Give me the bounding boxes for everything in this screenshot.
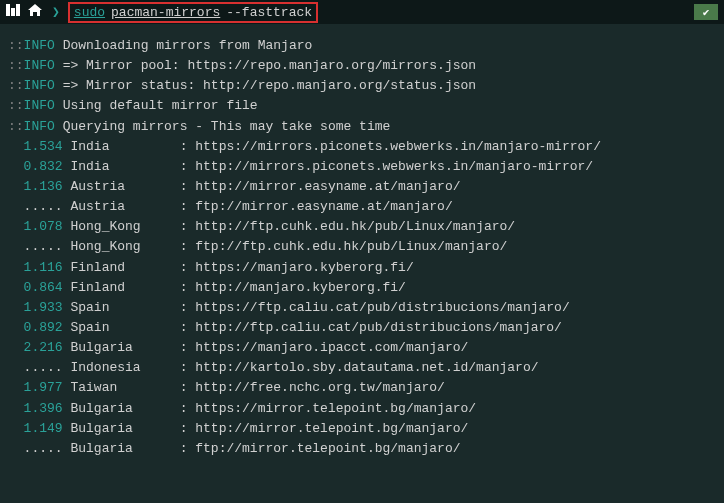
success-indicator-button[interactable]: ✔ — [694, 4, 718, 20]
cmd-program: pacman-mirrors — [111, 5, 220, 20]
mirror-line: ..... Bulgaria : ftp://mirror.telepoint.… — [8, 439, 716, 459]
titlebar-right: ✔ — [694, 4, 718, 20]
cmd-sudo: sudo — [74, 5, 105, 20]
mirror-line: 1.116 Finland : https://manjaro.kyberorg… — [8, 258, 716, 278]
info-lines: ::INFO Downloading mirrors from Manjaro:… — [8, 36, 716, 137]
mirror-lines: 1.534 India : https://mirrors.piconets.w… — [8, 137, 716, 459]
titlebar: ❯ sudo pacman-mirrors --fasttrack ✔ — [0, 0, 724, 24]
mirror-line: 1.149 Bulgaria : http://mirror.telepoint… — [8, 419, 716, 439]
command-highlight-box: sudo pacman-mirrors --fasttrack — [68, 2, 318, 23]
mirror-line: ..... Austria : ftp://mirror.easyname.at… — [8, 197, 716, 217]
home-icon — [28, 4, 42, 20]
manjaro-logo-icon — [6, 4, 20, 20]
mirror-line: 1.977 Taiwan : http://free.nchc.org.tw/m… — [8, 378, 716, 398]
info-line: ::INFO => Mirror status: http://repo.man… — [8, 76, 716, 96]
svg-rect-0 — [6, 4, 10, 16]
terminal-output[interactable]: ::INFO Downloading mirrors from Manjaro:… — [0, 24, 724, 467]
info-line: ::INFO Using default mirror file — [8, 96, 716, 116]
mirror-line: 1.396 Bulgaria : https://mirror.telepoin… — [8, 399, 716, 419]
mirror-line: 1.078 Hong_Kong : http://ftp.cuhk.edu.hk… — [8, 217, 716, 237]
mirror-line: 1.136 Austria : http://mirror.easyname.a… — [8, 177, 716, 197]
mirror-line: 0.892 Spain : http://ftp.caliu.cat/pub/d… — [8, 318, 716, 338]
info-line: ::INFO Querying mirrors - This may take … — [8, 117, 716, 137]
titlebar-left: ❯ sudo pacman-mirrors --fasttrack — [6, 2, 318, 23]
prompt-chevron-icon: ❯ — [52, 4, 60, 20]
cmd-flag: --fasttrack — [226, 5, 312, 20]
mirror-line: 0.832 India : http://mirrors.piconets.we… — [8, 157, 716, 177]
svg-rect-2 — [16, 4, 20, 16]
mirror-line: 0.864 Finland : http://manjaro.kyberorg.… — [8, 278, 716, 298]
mirror-line: ..... Indonesia : http://kartolo.sby.dat… — [8, 358, 716, 378]
mirror-line: 1.933 Spain : https://ftp.caliu.cat/pub/… — [8, 298, 716, 318]
info-line: ::INFO => Mirror pool: https://repo.manj… — [8, 56, 716, 76]
mirror-line: 1.534 India : https://mirrors.piconets.w… — [8, 137, 716, 157]
info-line: ::INFO Downloading mirrors from Manjaro — [8, 36, 716, 56]
svg-rect-1 — [11, 8, 15, 16]
mirror-line: ..... Hong_Kong : ftp://ftp.cuhk.edu.hk/… — [8, 237, 716, 257]
mirror-line: 2.216 Bulgaria : https://manjaro.ipacct.… — [8, 338, 716, 358]
